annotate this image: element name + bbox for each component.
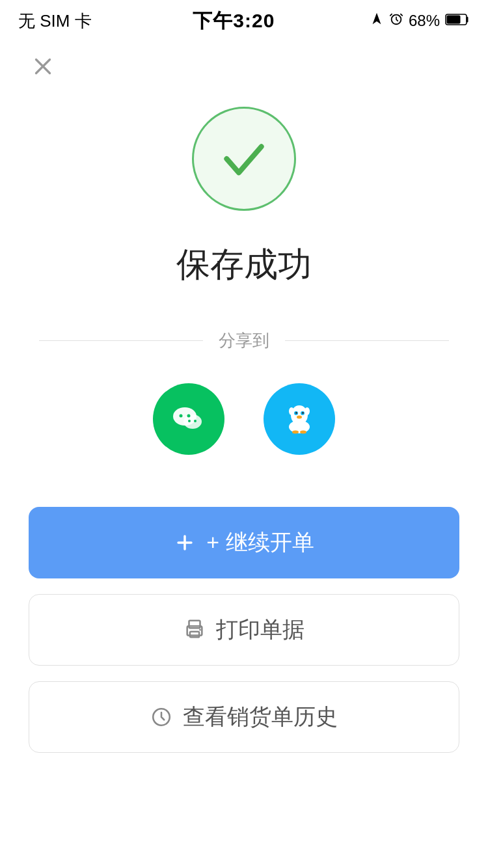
actions: + 继续开单 打印单据 查看销货单历史 [0, 507, 488, 753]
share-label: 分享到 [203, 329, 285, 352]
print-button[interactable]: 打印单据 [29, 594, 459, 666]
main-content: 保存成功 分享到 [0, 42, 488, 753]
svg-point-19 [300, 431, 306, 434]
svg-point-15 [297, 416, 302, 419]
success-title: 保存成功 [176, 242, 312, 288]
plus-icon [174, 532, 196, 554]
wechat-share-button[interactable] [153, 383, 224, 455]
view-history-button[interactable]: 查看销货单历史 [29, 681, 459, 753]
wechat-icon [168, 398, 210, 440]
share-divider: 分享到 [0, 329, 488, 352]
carrier-label: 无 SIM 卡 [18, 10, 92, 33]
history-label: 查看销货单历史 [183, 702, 338, 732]
battery-icon [445, 12, 470, 30]
svg-rect-22 [190, 632, 199, 638]
print-icon [183, 619, 206, 641]
battery-label: 68% [409, 12, 440, 30]
close-button[interactable] [26, 49, 60, 83]
status-left: 无 SIM 卡 [18, 10, 98, 33]
history-icon [150, 706, 172, 728]
continue-order-button[interactable]: + 继续开单 [29, 507, 459, 578]
svg-point-18 [292, 431, 299, 434]
status-time: 下午3:20 [193, 8, 275, 34]
svg-point-14 [302, 412, 304, 414]
status-bar: 无 SIM 卡 下午3:20 68% [0, 0, 488, 42]
svg-point-17 [305, 407, 310, 415]
print-label: 打印单据 [216, 615, 305, 645]
svg-point-4 [183, 414, 202, 429]
status-right: 68% [370, 12, 470, 30]
success-circle [192, 107, 296, 211]
svg-point-23 [199, 629, 201, 631]
svg-point-6 [187, 414, 191, 418]
svg-point-8 [194, 420, 197, 422]
svg-rect-2 [446, 16, 460, 24]
svg-point-7 [188, 420, 191, 422]
qq-share-button[interactable] [264, 383, 335, 455]
qq-icon [278, 398, 320, 440]
svg-point-13 [295, 412, 297, 414]
svg-point-16 [289, 407, 294, 415]
check-icon [218, 133, 270, 185]
share-icons [153, 383, 335, 455]
divider-left [39, 340, 203, 341]
divider-right [285, 340, 449, 341]
location-icon [370, 12, 384, 30]
svg-point-5 [180, 414, 183, 418]
alarm-icon [389, 12, 403, 30]
svg-point-10 [289, 420, 310, 433]
continue-order-label: + 继续开单 [206, 528, 314, 558]
